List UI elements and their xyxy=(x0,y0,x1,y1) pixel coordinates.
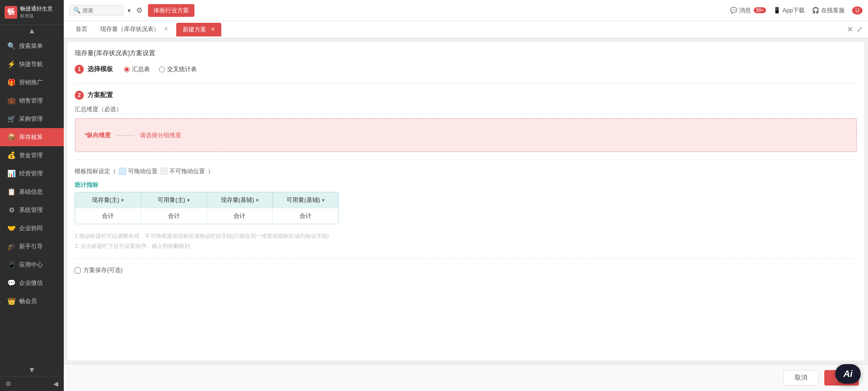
headset-icon: 🎧 xyxy=(812,7,819,14)
step2-title: 方案配置 xyxy=(87,91,113,99)
member-icon: 👑 xyxy=(7,297,15,305)
sidebar-item-system[interactable]: ⚙ 系统管理 xyxy=(0,201,64,219)
content-area: 现存量(库存状况表)方案设置 1 选择模板 汇总表 交叉统计表 xyxy=(67,42,864,360)
message-icon: 💬 xyxy=(730,7,737,14)
sidebar-item-label: 采购管理 xyxy=(19,115,43,123)
sidebar-item-quick-nav[interactable]: ⚡ 快捷导航 xyxy=(0,55,64,73)
col-dropdown-3[interactable]: ▾ xyxy=(322,197,325,203)
save-checkbox[interactable] xyxy=(75,268,81,273)
dash: —— xyxy=(116,130,134,140)
step2-header: 2 方案配置 xyxy=(75,91,857,100)
service-btn[interactable]: 🎧 在线客服 xyxy=(812,6,845,15)
trial-btn[interactable]: 体验行业方案 xyxy=(148,4,194,17)
message-btn[interactable]: 💬 消息 99+ xyxy=(730,6,766,15)
stats-table-header: 现存量(主) ▾ 可用量(主) ▾ 现存量(基辅) ▾ 可用量(基辅) xyxy=(75,192,338,208)
indicator-label-text: 模板指标设定（ xyxy=(75,167,116,175)
sales-icon: 💼 xyxy=(7,97,15,105)
cell-2: 合计 xyxy=(207,208,273,224)
user-menu-btn[interactable]: U xyxy=(852,7,863,14)
radio-cross[interactable]: 交叉统计表 xyxy=(159,65,197,73)
cancel-button[interactable]: 取消 xyxy=(783,370,819,386)
cell-0: 合计 xyxy=(75,208,141,224)
app-download-btn[interactable]: 📱 App下载 xyxy=(773,6,805,15)
sidebar-item-purchase[interactable]: 🛒 采购管理 xyxy=(0,110,64,128)
radio-summary[interactable]: 汇总表 xyxy=(124,65,150,73)
sidebar-item-member[interactable]: 👑 畅会员 xyxy=(0,292,64,310)
tab-close-inventory[interactable]: ✕ xyxy=(164,26,168,32)
tab-new-scheme[interactable]: 新建方案 ✕ xyxy=(176,23,221,36)
purchase-icon: 🛒 xyxy=(7,115,15,123)
sidebar-item-app-center[interactable]: 📱 应用中心 xyxy=(0,256,64,274)
tab-home[interactable]: 首页 xyxy=(69,21,94,38)
sidebar-item-label: 基础信息 xyxy=(19,188,43,196)
col-dropdown-1[interactable]: ▾ xyxy=(187,197,190,203)
collapse-icon-btn[interactable]: ◀ xyxy=(53,380,58,387)
page-title: 现存量(库存状况表)方案设置 xyxy=(75,49,857,57)
sidebar-item-search[interactable]: 🔍 搜索菜单 xyxy=(0,37,64,55)
sidebar-item-wechat[interactable]: 💬 企业微信 xyxy=(0,274,64,292)
col-dropdown-0[interactable]: ▾ xyxy=(121,197,124,203)
sidebar-item-label: 经营管理 xyxy=(19,170,43,178)
legend-draggable: 可拖动位置 xyxy=(119,167,158,175)
dimension-placeholder: 请选择分组维度 xyxy=(140,131,181,139)
stats-label: 统计指标 xyxy=(75,181,857,189)
search-icon: 🔍 xyxy=(7,42,15,50)
finance-icon: 💰 xyxy=(7,151,15,159)
settings-btn[interactable]: ⚙ xyxy=(134,4,144,16)
vertical-dimension-label: *纵向维度 xyxy=(85,131,111,139)
step2-section: 2 方案配置 汇总维度（必选） *纵向维度 —— 请选择分组维度 模板指标设定（ xyxy=(75,91,857,274)
col-dropdown-2[interactable]: ▾ xyxy=(256,197,259,203)
topbar-search-box[interactable]: 🔍 xyxy=(69,5,124,15)
nodrag-color-box xyxy=(160,168,168,175)
message-badge: 99+ xyxy=(754,7,766,13)
cell-3: 合计 xyxy=(273,208,338,224)
step2-badge: 2 xyxy=(75,91,84,100)
system-icon: ⚙ xyxy=(7,206,15,214)
tab-inventory[interactable]: 现存量（库存状况表） ✕ xyxy=(94,21,174,38)
settings-icon-btn[interactable]: ⚙ xyxy=(5,380,11,387)
search-icon: 🔍 xyxy=(73,7,81,14)
topbar-right: 💬 消息 99+ 📱 App下载 🎧 在线客服 U xyxy=(730,6,863,15)
logo-icon: 畅 xyxy=(5,6,17,19)
draggable-color-box xyxy=(119,168,126,175)
tab-expand-btn[interactable]: ⤢ xyxy=(857,25,863,34)
dimension-label: 汇总维度（必选） xyxy=(75,105,122,113)
tab-close-all-btn[interactable]: ✕ xyxy=(847,25,853,34)
sidebar-item-management[interactable]: 📊 经营管理 xyxy=(0,165,64,183)
divider1 xyxy=(75,83,857,83)
sidebar-scroll-up[interactable]: ▲ xyxy=(0,25,64,37)
sidebar-item-label: 搜索菜单 xyxy=(19,42,43,50)
bottom-bar: 取消 查询 xyxy=(64,364,868,391)
sidebar-item-sales[interactable]: 💼 销售管理 xyxy=(0,92,64,110)
dimension-area: *纵向维度 —— 请选择分组维度 xyxy=(75,118,857,152)
tab-label: 首页 xyxy=(76,25,87,33)
user-avatar: U xyxy=(852,6,863,15)
sidebar-item-newbie[interactable]: 🎓 新手引导 xyxy=(0,237,64,256)
sidebar-item-basic-info[interactable]: 📋 基础信息 xyxy=(0,183,64,201)
sidebar-item-inventory[interactable]: 📦 库存核算 xyxy=(0,128,64,146)
col-header-3: 可用量(基辅) ▾ xyxy=(273,192,338,208)
app-icon: 📱 xyxy=(773,7,781,14)
logo-text: 畅捷通好生意 标准版 xyxy=(20,5,53,19)
tips-section: 1.拖动标题栏可以调整布局，不可跨维度或指标区域拖动栏目字段(只能在同一维度或指… xyxy=(75,232,857,251)
search-dropdown-btn[interactable]: ▾ xyxy=(128,7,131,14)
search-input[interactable] xyxy=(82,7,119,14)
sidebar-item-marketing[interactable]: 🎁 营销推广 xyxy=(0,73,64,92)
tab-close-new-scheme[interactable]: ✕ xyxy=(211,26,215,32)
sidebar-item-label: 销售管理 xyxy=(19,97,43,105)
tab-label: 新建方案 xyxy=(183,26,206,34)
dimension-inner[interactable]: *纵向维度 —— 请选择分组维度 xyxy=(75,118,857,152)
sidebar-item-finance[interactable]: 💰 资金管理 xyxy=(0,146,64,165)
tabbar-right: ✕ ⤢ xyxy=(847,25,863,34)
sidebar-scroll-down[interactable]: ▼ xyxy=(0,364,64,376)
ai-bubble[interactable]: Ai xyxy=(835,364,861,384)
sidebar-item-label: 快捷导航 xyxy=(19,60,43,68)
basic-info-icon: 📋 xyxy=(7,188,15,196)
dimension-label-row: 汇总维度（必选） xyxy=(75,105,857,113)
tabbar: 首页 现存量（库存状况表） ✕ 新建方案 ✕ ✕ ⤢ xyxy=(64,21,868,38)
sidebar-item-label: 资金管理 xyxy=(19,151,43,159)
step1-badge: 1 xyxy=(75,65,84,74)
col-header-0: 现存量(主) ▾ xyxy=(75,192,141,208)
sidebar-item-contract[interactable]: 🤝 企业协同 xyxy=(0,219,64,237)
sidebar-item-label: 库存核算 xyxy=(19,133,43,141)
